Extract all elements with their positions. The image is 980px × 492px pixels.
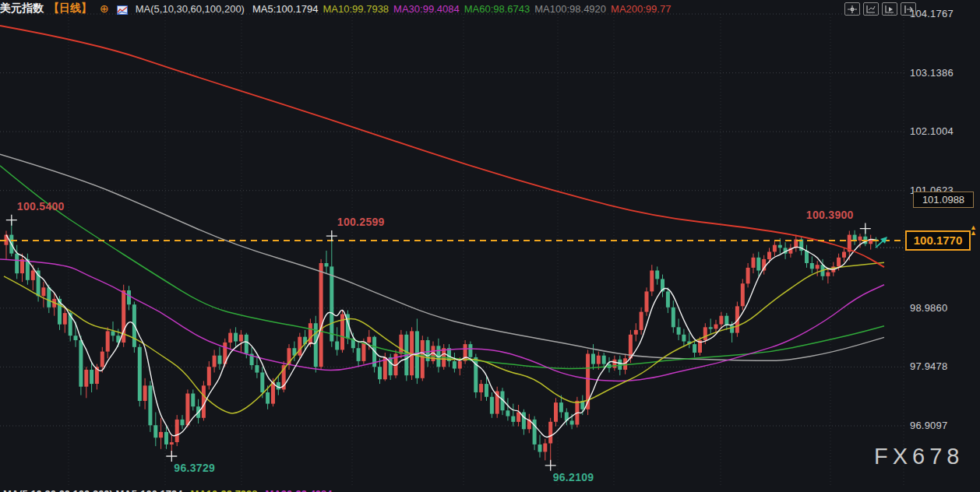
axis-price-label: 96.9097 [910,420,947,431]
extreme-marker-icon [326,230,337,241]
clipped-indicator-row: MA(5,10,30,60,100,200) MA5:100.1794MA10:… [3,488,340,492]
extreme-marker-icon [166,451,177,462]
extreme-marker-icon [6,215,17,226]
last-price-box: 100.1770 [905,230,971,251]
extreme-marker-icon [545,460,556,471]
symbol-name: 美元指数 [0,2,44,16]
panel-chart-icon[interactable] [863,2,879,16]
chart-header: 美元指数 【日线】 ⊕ MA(5,10,30,60,100,200) MA5:1… [0,0,675,17]
ma-legend-item: MA30:99.4084 [393,3,460,15]
chart-type-icon[interactable] [117,4,128,13]
ma-legend-item: MA100:98.4920 [534,3,606,15]
axis-price-label: 98.9860 [910,302,947,314]
double-up-arrow-icon: ▲▲ [970,225,977,236]
ma-legend-item: MA10:99.7938 [323,3,390,15]
exit-panel-icon[interactable] [901,2,916,16]
price-extreme-label: 96.3729 [174,462,215,474]
add-indicator-icon[interactable]: ⊕ [100,3,109,14]
watermark: FX678 [874,444,964,469]
axis-price-label: 103.1386 [910,67,954,79]
clipped-indicator-text: MA30:99.4084 [266,488,333,492]
ma-legend-item: MA5:100.1794 [252,3,319,15]
clipped-indicator-text: MA(5,10,30,60,100,200) MA5:100.1794 [3,488,183,492]
price-extreme-label: 100.2599 [337,216,385,228]
chart-toolbar [844,2,916,16]
extreme-marker-icon [860,223,871,234]
crosshair-icon[interactable] [844,2,860,16]
price-extreme-label: 100.3900 [806,209,854,221]
price-extreme-label: 100.5400 [17,200,65,213]
axis-price-label: 104.1767 [910,8,954,19]
clipped-indicator-text: MA10:99.7938 [191,488,258,492]
axis-price-label: 102.1004 [910,125,954,137]
ma-legend: MA5:100.1794MA10:99.7938MA30:99.4084MA60… [252,2,675,16]
ma-group-label: MA(5,10,30,60,100,200) [136,3,245,15]
ma-legend-item: MA200:99.77 [611,3,671,15]
panel-play-icon[interactable] [882,2,897,16]
ma-legend-item: MA60:98.6743 [464,3,531,15]
reference-price-box: 101.0988 [913,192,974,208]
axis-price-label: 97.9478 [910,360,947,372]
candlestick-chart[interactable] [0,0,980,492]
period-label: 【日线】 [48,2,92,16]
price-extreme-label: 96.2109 [553,471,594,483]
